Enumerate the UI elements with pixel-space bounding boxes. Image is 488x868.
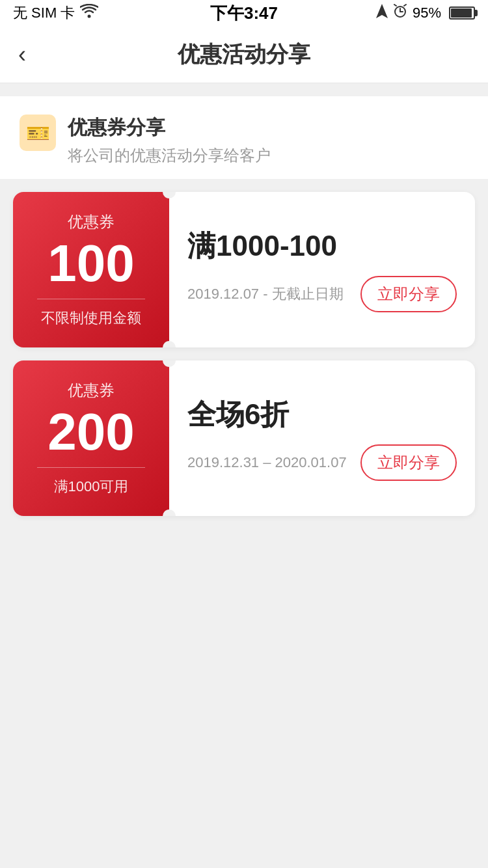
coupon-date-1: 2019.12.07 - 无截止日期 [187,284,344,304]
svg-point-0 [88,15,91,18]
coupon-title-1: 满1000-100 [187,227,457,265]
coupon-right-1: 满1000-100 2019.12.07 - 无截止日期 立即分享 [169,192,475,347]
alarm-icon [393,4,407,22]
status-right: 95% [376,4,475,22]
coupon-left-1: 优惠券 100 不限制使用金额 [13,192,169,347]
section-subtitle: 将公司的优惠活动分享给客户 [68,145,271,166]
coupon-amount-1: 100 [47,237,134,290]
coupon-label-2: 优惠券 [68,380,115,401]
coupon-condition-1: 不限制使用金额 [41,308,141,328]
coupon-divider-line-2 [37,467,145,468]
back-button[interactable]: ‹ [18,41,26,68]
section-text: 优惠券分享 将公司的优惠活动分享给客户 [68,115,271,166]
coupon-amount-2: 200 [47,406,134,458]
wifi-icon [80,4,98,22]
status-left: 无 SIM 卡 [13,3,98,23]
coupon-card-1: 优惠券 100 不限制使用金额 满1000-100 2019.12.07 - 无… [13,192,475,347]
svg-line-5 [404,5,406,6]
status-time: 下午3:47 [210,2,278,25]
coupon-title-2: 全场6折 [187,396,457,434]
section-icon: 🎫 [20,115,56,151]
share-button-2[interactable]: 立即分享 [360,444,457,481]
coupon-meta-2: 2019.12.31 – 2020.01.07 立即分享 [187,444,457,481]
coupon-label-1: 优惠券 [68,211,115,232]
location-icon [376,4,388,22]
battery-icon [449,7,475,20]
status-bar: 无 SIM 卡 下午3:47 95 [0,0,488,26]
coupon-right-2: 全场6折 2019.12.31 – 2020.01.07 立即分享 [169,360,475,516]
empty-space [0,529,488,868]
svg-line-4 [394,5,396,6]
battery-percent: 95% [413,5,441,21]
coupon-left-2: 优惠券 200 满1000可用 [13,360,169,516]
nav-bar: ‹ 优惠活动分享 [0,26,488,83]
share-button-1[interactable]: 立即分享 [360,276,457,312]
carrier-text: 无 SIM 卡 [13,3,75,23]
coupon-date-2: 2019.12.31 – 2020.01.07 [187,454,347,471]
coupon-condition-2: 满1000可用 [54,477,129,496]
coupon-meta-1: 2019.12.07 - 无截止日期 立即分享 [187,276,457,312]
section-header: 🎫 优惠券分享 将公司的优惠活动分享给客户 [0,96,488,179]
section-title: 优惠券分享 [68,115,271,141]
coupon-card-2: 优惠券 200 满1000可用 全场6折 2019.12.31 – 2020.0… [13,360,475,516]
coupon-list: 优惠券 100 不限制使用金额 满1000-100 2019.12.07 - 无… [0,179,488,529]
coupon-divider-line-1 [37,299,145,299]
page-title: 优惠活动分享 [178,40,310,70]
